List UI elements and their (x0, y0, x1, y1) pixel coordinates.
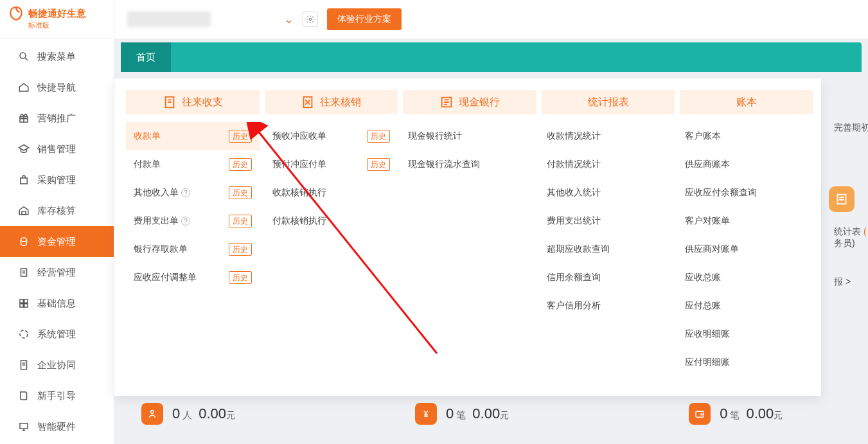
mega-col-reports: 统计报表 收款情况统计 付款情况统计 其他收入统计 费用支出统计 超期应收款查询… (542, 90, 675, 377)
menu-item-label: 付款情况统计 (547, 159, 601, 170)
menu-item-otherincome-stats[interactable]: 其他收入统计 (542, 179, 675, 207)
tab-strip: 首页 (121, 42, 862, 72)
menu-item-receipt-stats[interactable]: 收款情况统计 (542, 122, 675, 150)
org-name-redacted (127, 12, 211, 27)
industry-template-button[interactable]: 体验行业方案 (327, 8, 402, 30)
sidebar-item-ops[interactable]: 经营管理 (0, 257, 114, 288)
menu-item-ar-ap-adjust[interactable]: 应收应付调整单历史 (126, 263, 260, 292)
sidebar-item-search[interactable]: 搜索菜单 (0, 41, 114, 72)
right-hints: 完善期初 统计表 (务员) 报 > (826, 84, 868, 288)
menu-item-bank-transfer[interactable]: 银行存取款单历史 (126, 235, 260, 263)
sidebar-nav: 搜索菜单 快捷导航 营销推广 销售管理 采购管理 库存核算 资金管理 经营管理 … (0, 39, 114, 442)
menu-item-label: 供应商账本 (685, 159, 730, 170)
menu-item-customer-credit[interactable]: 客户信用分析 (542, 292, 675, 320)
hint-complete-initial[interactable]: 完善期初 (826, 122, 865, 134)
menu-item-supplier-statement[interactable]: 供应商对账单 (680, 235, 813, 263)
sidebar-item-label: 系统管理 (37, 328, 76, 341)
menu-item-label: 费用支出单 (134, 215, 179, 227)
stat-unit: 笔 (730, 409, 740, 420)
mega-col-title: 现金银行 (459, 96, 500, 109)
menu-item-label: 其他收入单 (134, 187, 179, 199)
history-badge[interactable]: 历史 (229, 130, 252, 143)
sidebar-item-funds[interactable]: 资金管理 (0, 226, 114, 257)
menu-item-customer-statement[interactable]: 客户对账单 (680, 207, 813, 235)
menu-item-cash-bank-stats[interactable]: 现金银行统计 (403, 122, 536, 150)
menu-item-receipt[interactable]: 收款单历史 (126, 122, 260, 150)
menu-item-supplier-ledger[interactable]: 供应商账本 (680, 150, 813, 179)
menu-item-cash-bank-flow[interactable]: 现金银行流水查询 (403, 150, 536, 179)
menu-item-ar-general[interactable]: 应收总账 (680, 263, 813, 292)
menu-item-label: 银行存取款单 (134, 244, 188, 255)
stat-people: 0人0.00元 (141, 403, 235, 425)
menu-item-label: 客户信用分析 (547, 300, 601, 312)
tab-label: 首页 (136, 51, 155, 64)
search-icon (18, 51, 30, 62)
sidebar-item-label: 新手引导 (37, 390, 76, 402)
gift-icon (18, 112, 30, 124)
sidebar-item-basic[interactable]: 基础信息 (0, 288, 114, 319)
history-badge[interactable]: 历史 (229, 158, 252, 171)
sidebar-item-hardware[interactable]: 智能硬件 (0, 411, 114, 442)
menu-item-expense-stats[interactable]: 费用支出统计 (542, 207, 675, 235)
sidebar-item-quicknav[interactable]: 快捷导航 (0, 72, 114, 103)
menu-item-label: 付款核销执行 (272, 215, 326, 227)
menu-item-customer-ledger[interactable]: 客户账本 (680, 122, 813, 150)
shortcut-badge[interactable] (829, 186, 855, 212)
menu-item-payment-writeoff[interactable]: 付款核销执行 (265, 207, 398, 235)
chevron-down-icon[interactable]: ⌄ (284, 12, 294, 26)
menu-item-pre-ap[interactable]: 预付冲应付单历史 (265, 150, 398, 179)
people-stat-icon (141, 403, 163, 425)
menu-item-label: 应付明细账 (685, 357, 730, 368)
help-icon[interactable]: ? (181, 217, 190, 226)
stat-unit: 人 (182, 409, 192, 420)
history-badge[interactable]: 历史 (229, 243, 252, 256)
svg-rect-7 (22, 211, 26, 215)
menu-item-expense[interactable]: 费用支出单?历史 (126, 207, 260, 235)
menu-item-label: 收款情况统计 (547, 130, 601, 142)
menu-item-ar-detail[interactable]: 应收明细账 (680, 320, 813, 348)
warehouse-icon (18, 205, 30, 217)
sidebar-item-sales[interactable]: 销售管理 (0, 134, 114, 164)
menu-item-label: 现金银行流水查询 (408, 159, 480, 170)
sidebar-item-guide[interactable]: 新手引导 (0, 380, 114, 411)
sidebar: 畅捷通好生意 标准版 搜索菜单 快捷导航 营销推广 销售管理 采购管理 库存核算… (0, 0, 114, 444)
menu-item-receipt-writeoff[interactable]: 收款核销执行 (265, 179, 398, 207)
writeoff-icon (301, 95, 315, 109)
menu-item-label: 收款单 (134, 130, 161, 142)
sidebar-item-system[interactable]: 系统管理 (0, 319, 114, 350)
sidebar-item-purchase[interactable]: 采购管理 (0, 164, 114, 195)
menu-item-payment[interactable]: 付款单历史 (126, 150, 260, 179)
menu-item-ap-detail[interactable]: 应付明细账 (680, 348, 813, 377)
brand-block: 畅捷通好生意 标准版 (0, 0, 114, 39)
money-icon (18, 236, 30, 247)
mega-col-header: 往来核销 (265, 90, 398, 114)
sidebar-item-label: 搜索菜单 (37, 51, 76, 63)
menu-item-overdue-ar-query[interactable]: 超期应收款查询 (542, 235, 675, 263)
menu-item-arap-balance[interactable]: 应收应付余额查询 (680, 179, 813, 207)
history-badge[interactable]: 历史 (367, 130, 390, 143)
stat-amount: 0.00 (199, 405, 226, 422)
sidebar-item-coop[interactable]: 企业协同 (0, 350, 114, 380)
sidebar-item-marketing[interactable]: 营销推广 (0, 103, 114, 134)
history-badge[interactable]: 历史 (367, 158, 390, 171)
sidebar-item-label: 销售管理 (37, 143, 76, 155)
tab-home[interactable]: 首页 (121, 42, 171, 72)
menu-item-pre-ar[interactable]: 预收冲应收单历史 (265, 122, 398, 150)
stat-trans-1: 0笔0.00元 (415, 403, 509, 425)
hint-report[interactable]: 报 > (826, 276, 865, 288)
menu-item-payment-stats[interactable]: 付款情况统计 (542, 150, 675, 179)
menu-item-credit-balance[interactable]: 信用余额查询 (542, 263, 675, 292)
hint-stats[interactable]: 统计表 (务员) (826, 226, 865, 249)
history-badge[interactable]: 历史 (229, 215, 252, 227)
stat-unit: 笔 (456, 409, 466, 420)
history-badge[interactable]: 历史 (229, 186, 252, 199)
menu-item-label: 收款核销执行 (272, 187, 326, 199)
sidebar-item-label: 基础信息 (37, 297, 76, 310)
settings-button[interactable] (303, 12, 318, 27)
menu-item-label: 超期应收款查询 (547, 244, 610, 255)
menu-item-ap-general[interactable]: 应付总账 (680, 292, 813, 320)
menu-item-other-income[interactable]: 其他收入单?历史 (126, 179, 260, 207)
sidebar-item-inventory[interactable]: 库存核算 (0, 195, 114, 226)
history-badge[interactable]: 历史 (229, 271, 252, 284)
help-icon[interactable]: ? (181, 188, 190, 197)
